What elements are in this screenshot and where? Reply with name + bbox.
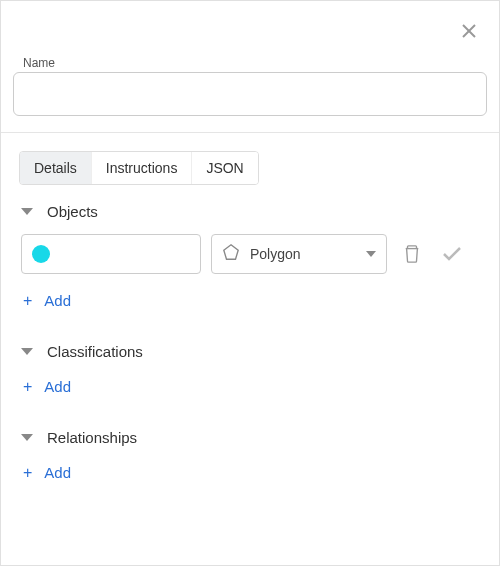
plus-icon: + [23, 293, 32, 309]
tab-json[interactable]: JSON [192, 152, 257, 184]
object-name-input[interactable] [21, 234, 201, 274]
name-section: Name [1, 56, 499, 132]
ontology-editor-modal: Name Details Instructions JSON Objects P… [0, 0, 500, 566]
tabs: Details Instructions JSON [19, 151, 259, 185]
chevron-down-icon [366, 251, 376, 257]
confirm-object-button[interactable] [437, 239, 467, 269]
check-icon [442, 246, 462, 262]
objects-section-header[interactable]: Objects [21, 203, 479, 220]
classifications-section-header[interactable]: Classifications [21, 343, 479, 360]
close-button[interactable] [459, 21, 479, 41]
shape-select-value: Polygon [222, 243, 301, 265]
delete-object-button[interactable] [397, 239, 427, 269]
color-swatch[interactable] [32, 245, 50, 263]
chevron-down-icon [21, 348, 33, 355]
add-object-button[interactable]: + Add [21, 288, 479, 313]
plus-icon: + [23, 379, 32, 395]
tab-details[interactable]: Details [20, 152, 92, 184]
objects-section: Objects Polygon + [1, 185, 499, 313]
trash-icon [403, 244, 421, 264]
object-row: Polygon [21, 234, 479, 274]
add-relationship-label: Add [44, 464, 71, 481]
add-classification-label: Add [44, 378, 71, 395]
name-input[interactable] [13, 72, 487, 116]
add-relationship-button[interactable]: + Add [21, 460, 479, 485]
plus-icon: + [23, 465, 32, 481]
chevron-down-icon [21, 208, 33, 215]
polygon-icon [222, 243, 240, 265]
modal-header [1, 1, 499, 56]
close-icon [461, 23, 477, 39]
relationships-section: Relationships + Add [1, 411, 499, 485]
tab-instructions[interactable]: Instructions [92, 152, 193, 184]
relationships-title: Relationships [47, 429, 137, 446]
shape-text: Polygon [250, 246, 301, 262]
add-classification-button[interactable]: + Add [21, 374, 479, 399]
relationships-section-header[interactable]: Relationships [21, 429, 479, 446]
classifications-title: Classifications [47, 343, 143, 360]
svg-marker-2 [224, 245, 238, 259]
name-label: Name [23, 56, 487, 70]
divider [1, 132, 499, 133]
classifications-section: Classifications + Add [1, 325, 499, 399]
objects-title: Objects [47, 203, 98, 220]
shape-select[interactable]: Polygon [211, 234, 387, 274]
add-object-label: Add [44, 292, 71, 309]
chevron-down-icon [21, 434, 33, 441]
